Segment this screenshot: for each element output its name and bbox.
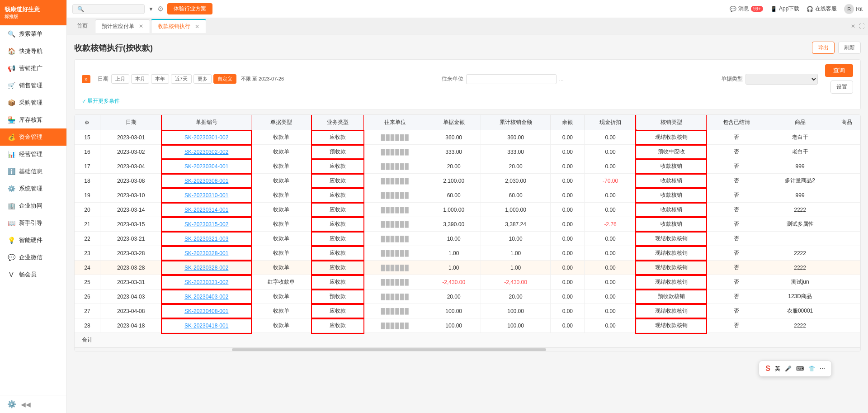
cell-product2 [833, 261, 860, 275]
this-year-btn[interactable]: 本年 [151, 74, 169, 84]
th-product1: 商品 [767, 115, 833, 130]
cell-included: 否 [706, 188, 767, 203]
export-button[interactable]: 导出 [812, 42, 835, 54]
sidebar-item-quicknav[interactable]: 🏠快捷导航 [0, 43, 66, 60]
maximize-icon[interactable]: ⛶ [859, 23, 864, 29]
sidebar-item-inventory[interactable]: 🏪库存核算 [0, 111, 66, 128]
bill-no-link[interactable]: SK-20230331-002 [184, 279, 228, 285]
bill-no-link[interactable]: SK-20230328-002 [184, 265, 228, 271]
bill-no-link[interactable]: SK-20230308-001 [184, 178, 228, 184]
cell-included: 否 [706, 145, 767, 159]
table-row: 21 2023-03-15 SK-20230315-002 收款单 应收款 ██… [75, 217, 860, 232]
sidebar-item-system[interactable]: ⚙️系统管理 [0, 180, 66, 197]
collapse-icon[interactable]: ◀◀ [21, 401, 31, 408]
cell-included: 否 [706, 203, 767, 217]
sidebar-item-finance[interactable]: 💰资金管理 [0, 128, 66, 146]
payable-tab-close[interactable]: ✕ [139, 23, 143, 29]
query-button[interactable]: 查询 [825, 64, 853, 77]
horizontal-scrollbar[interactable] [75, 347, 860, 351]
cell-balance: 0.00 [551, 174, 585, 188]
sidebar-item-marketing[interactable]: 📢营销推广 [0, 60, 66, 77]
cell-included: 否 [706, 246, 767, 261]
filter-expand-btn[interactable]: » [82, 75, 90, 83]
cell-partner: ██████ [363, 318, 427, 333]
sidebar-icon-wechat: 💬 [7, 254, 15, 261]
cell-included: 否 [706, 217, 767, 232]
collection-tab-close[interactable]: ✕ [195, 24, 199, 30]
tab-home[interactable]: 首页 [71, 19, 94, 33]
cell-date: 2023-03-04 [100, 159, 162, 174]
sidebar-item-guide[interactable]: 📖新手引导 [0, 214, 66, 232]
shirt-icon[interactable]: 👕 [808, 366, 815, 372]
topbar-dropdown[interactable]: ▼ [148, 6, 154, 12]
search-icon: 🔍 [77, 6, 84, 12]
cell-verified: 20.00 [481, 159, 551, 174]
sidebar-item-basic[interactable]: ℹ️基础信息 [0, 163, 66, 180]
topbar-search-box[interactable]: 🔍 [72, 4, 145, 14]
sidebar-item-enterprise[interactable]: 🏢企业协同 [0, 197, 66, 214]
sidebar-item-operations[interactable]: 📊经营管理 [0, 146, 66, 163]
keyboard-icon[interactable]: ⌨ [796, 366, 804, 372]
messages-section[interactable]: 💬 消息 99+ [730, 5, 763, 13]
last-month-btn[interactable]: 上月 [111, 74, 129, 84]
table-row: 15 2023-03-01 SK-20230301-002 收款单 应收款 ██… [75, 130, 860, 145]
settings-icon[interactable]: ⚙️ [7, 400, 16, 408]
bill-no-link[interactable]: SK-20230315-002 [184, 221, 228, 228]
cell-balance: 0.00 [551, 145, 585, 159]
cell-biz-type: 应收款 [312, 130, 364, 145]
sidebar-item-search[interactable]: 🔍搜索菜单 [0, 25, 66, 43]
app-download-section[interactable]: 📱 App下载 [770, 5, 799, 13]
refresh-button[interactable]: 刷新 [838, 42, 861, 54]
cell-verify-type: 现结收款核销 [636, 130, 706, 145]
industry-btn[interactable]: 体验行业方案 [167, 3, 212, 14]
bill-no-link[interactable]: SK-20230418-001 [184, 323, 228, 329]
expand-more-btn[interactable]: ✓ 展开更多条件 [82, 97, 853, 105]
settings-button[interactable]: 设置 [830, 81, 853, 94]
sidebar-item-wechat[interactable]: 💬企业微信 [0, 249, 66, 266]
sidebar-item-purchase[interactable]: 📦采购管理 [0, 94, 66, 111]
partner-input[interactable] [466, 74, 557, 84]
th-biz-type: 业务类型 [312, 115, 364, 130]
bill-no-link[interactable]: SK-20230310-001 [184, 192, 228, 199]
this-month-btn[interactable]: 本月 [131, 74, 149, 84]
messages-label: 消息 [738, 5, 749, 13]
bill-no-link[interactable]: SK-20230301-002 [184, 134, 228, 141]
th-gear[interactable]: ⚙ [75, 115, 100, 130]
sidebar-item-hardware[interactable]: 💡智能硬件 [0, 232, 66, 249]
cell-no: 24 [75, 261, 100, 275]
sidebar-item-sales[interactable]: 🛒销售管理 [0, 77, 66, 94]
last-7days-btn[interactable]: 近7天 [171, 74, 192, 84]
bill-no-link[interactable]: SK-20230408-001 [184, 308, 228, 314]
cell-date: 2023-03-21 [100, 232, 162, 246]
tab-collection[interactable]: 收款核销执行 ✕ [151, 19, 206, 33]
bill-type-select[interactable] [745, 74, 818, 85]
gear-icon[interactable]: ⚙ [157, 5, 164, 13]
mic-icon[interactable]: 🎤 [785, 366, 792, 372]
th-date: 日期 [100, 115, 162, 130]
cell-product1: 测试多属性 [767, 217, 833, 232]
cell-no: 21 [75, 217, 100, 232]
cell-included: 否 [706, 174, 767, 188]
bill-no-link[interactable]: SK-20230302-002 [184, 149, 228, 155]
sidebar-item-member[interactable]: V畅会员 [0, 266, 66, 283]
table-row: 26 2023-04-03 SK-20230403-002 收款单 预收款 ██… [75, 290, 860, 304]
cell-bill-type: 收款单 [251, 246, 312, 261]
th-balance: 余额 [551, 115, 585, 130]
bill-no-link[interactable]: SK-20230304-001 [184, 163, 228, 170]
custom-btn[interactable]: 自定义 [213, 74, 236, 84]
close-window-icon[interactable]: ✕ [851, 23, 855, 29]
tab-payable[interactable]: 预计应应付单 ✕ [95, 19, 150, 33]
more-btn[interactable]: 更多 [193, 74, 212, 84]
scrollbar-thumb[interactable] [232, 348, 546, 351]
support-section[interactable]: 🎧 在线客服 [807, 5, 837, 13]
user-info[interactable]: R Rit [844, 4, 863, 14]
cell-amount: 1,000.00 [427, 203, 481, 217]
bill-no-link[interactable]: SK-20230321-003 [184, 236, 228, 242]
more-icon[interactable]: ⋯ [820, 366, 825, 372]
bill-no-link[interactable]: SK-20230328-001 [184, 250, 228, 256]
bill-no-link[interactable]: SK-20230314-001 [184, 207, 228, 213]
chinese-input-label[interactable]: 英 [775, 365, 780, 373]
bill-no-link[interactable]: SK-20230403-002 [184, 294, 228, 300]
page-header: 收款核销执行(按收款) 导出 刷新 [74, 42, 861, 54]
cell-included: 否 [706, 232, 767, 246]
